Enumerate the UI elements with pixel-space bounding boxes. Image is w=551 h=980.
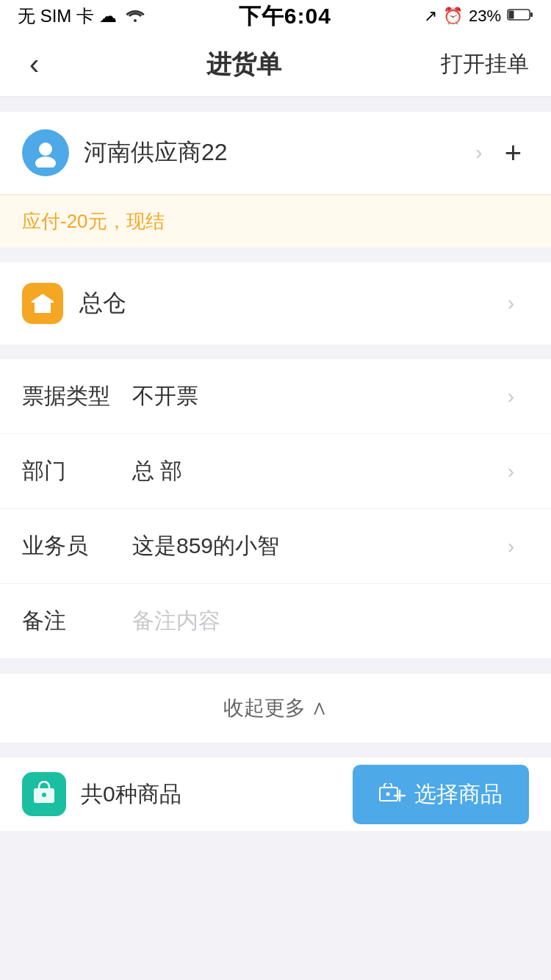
department-value: 总 部 bbox=[110, 456, 508, 486]
product-icon bbox=[22, 772, 66, 816]
supplier-chevron-icon: › bbox=[475, 141, 482, 165]
supplier-avatar bbox=[22, 129, 69, 176]
supplier-notice: 应付-20元，现结 bbox=[0, 195, 551, 248]
wifi-icon bbox=[124, 6, 146, 26]
warehouse-name: 总仓 bbox=[79, 287, 508, 320]
product-count-area: 共0种商品 bbox=[22, 772, 181, 816]
svg-point-6 bbox=[42, 793, 46, 797]
warehouse-section[interactable]: 总仓 › bbox=[0, 262, 551, 345]
salesperson-label: 业务员 bbox=[22, 531, 110, 561]
supplier-row[interactable]: 河南供应商22 › + bbox=[0, 112, 551, 195]
invoice-type-row[interactable]: 票据类型 不开票 › bbox=[0, 359, 551, 434]
salesperson-row[interactable]: 业务员 这是859的小智 › bbox=[0, 509, 551, 584]
location-icon: ↗ bbox=[424, 7, 437, 26]
invoice-label: 票据类型 bbox=[22, 381, 110, 411]
department-row[interactable]: 部门 总 部 › bbox=[0, 434, 551, 509]
section-gap-1 bbox=[0, 97, 551, 112]
supplier-name: 河南供应商22 bbox=[84, 137, 475, 169]
salesperson-value: 这是859的小智 bbox=[110, 531, 508, 561]
battery-icon bbox=[507, 7, 533, 26]
status-right: ↗ ⏰ 23% bbox=[424, 7, 533, 26]
open-pending-button[interactable]: 打开挂单 bbox=[441, 49, 529, 79]
status-time: 下午6:04 bbox=[239, 1, 331, 32]
page-title: 进货单 bbox=[206, 48, 281, 82]
svg-point-4 bbox=[35, 156, 56, 167]
department-chevron-icon: › bbox=[508, 460, 514, 483]
nav-bar: ‹ 进货单 打开挂单 bbox=[0, 32, 551, 97]
page-background bbox=[0, 831, 551, 978]
svg-rect-1 bbox=[530, 12, 533, 17]
back-button[interactable]: ‹ bbox=[22, 40, 46, 88]
invoice-chevron-icon: › bbox=[508, 385, 514, 408]
remark-input[interactable]: 备注内容 bbox=[110, 606, 529, 636]
warehouse-chevron-icon: › bbox=[508, 292, 514, 315]
svg-rect-2 bbox=[508, 11, 514, 19]
warehouse-icon bbox=[22, 283, 63, 324]
remark-label: 备注 bbox=[22, 606, 110, 636]
battery-text: 23% bbox=[469, 7, 501, 26]
sim-signal-text: 无 SIM 卡 ☁ bbox=[18, 4, 117, 28]
select-goods-label: 选择商品 bbox=[414, 779, 503, 810]
collapse-section: 收起更多 ∧ bbox=[0, 673, 551, 743]
form-section: 票据类型 不开票 › 部门 总 部 › 业务员 这是859的小智 › 备注 备注… bbox=[0, 359, 551, 658]
bottom-bar: 共0种商品 选择商品 bbox=[0, 757, 551, 831]
department-label: 部门 bbox=[22, 456, 110, 486]
invoice-value: 不开票 bbox=[110, 381, 508, 411]
supplier-section: 河南供应商22 › + 应付-20元，现结 bbox=[0, 112, 551, 248]
svg-point-3 bbox=[39, 143, 52, 156]
status-bar: 无 SIM 卡 ☁ 下午6:04 ↗ ⏰ 23% bbox=[0, 0, 551, 32]
collapse-button[interactable]: 收起更多 ∧ bbox=[223, 694, 328, 722]
salesperson-chevron-icon: › bbox=[508, 535, 514, 558]
svg-point-8 bbox=[386, 793, 390, 796]
remark-row[interactable]: 备注 备注内容 bbox=[0, 584, 551, 658]
select-goods-button[interactable]: 选择商品 bbox=[353, 765, 529, 824]
alarm-icon: ⏰ bbox=[443, 7, 463, 26]
status-left: 无 SIM 卡 ☁ bbox=[18, 4, 146, 28]
warehouse-row[interactable]: 总仓 › bbox=[0, 262, 551, 345]
product-count-text: 共0种商品 bbox=[81, 779, 181, 810]
add-supplier-button[interactable]: + bbox=[497, 137, 529, 170]
